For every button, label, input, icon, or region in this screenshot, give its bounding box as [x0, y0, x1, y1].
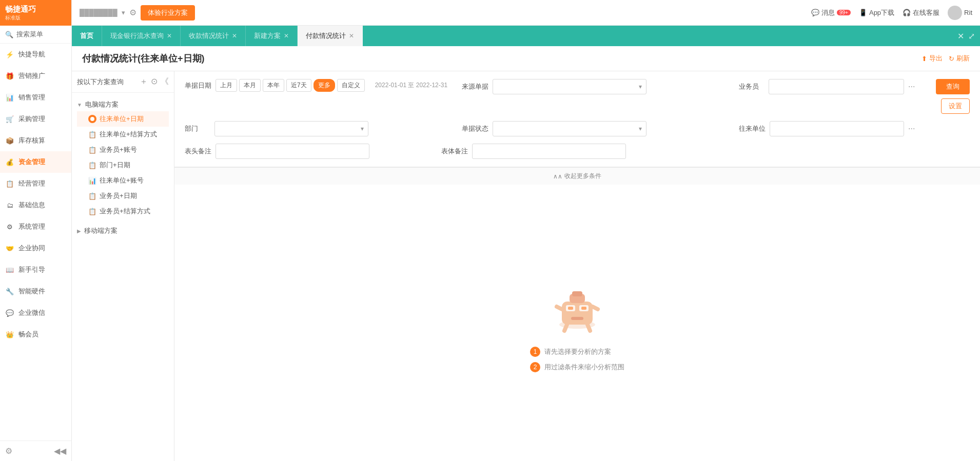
- left-panel-toolbar: 按以下方案查询 ＋ ⊙ 《: [72, 71, 174, 93]
- sidebar-item-system[interactable]: ⚙ 系统管理: [0, 216, 71, 237]
- body-note-input[interactable]: [472, 144, 626, 159]
- tree-item-往来单位+账号[interactable]: 📊往来单位+账号: [77, 173, 169, 188]
- date-last-month[interactable]: 上月: [215, 79, 237, 92]
- sidebar-item-marketing[interactable]: 🎁 营销推广: [0, 65, 71, 87]
- tree-item-业务员+结算方式[interactable]: 📋业务员+结算方式: [77, 204, 169, 219]
- sidebar-edition: 标准版: [5, 14, 36, 22]
- topbar-dropdown-arrow[interactable]: ▾: [122, 9, 125, 16]
- headset-icon: 🎧: [903, 9, 911, 16]
- sidebar-item-inventory[interactable]: 📦 库存核算: [0, 130, 71, 151]
- user-name: Rit: [964, 9, 972, 16]
- tip-num-2: 2: [530, 362, 540, 372]
- empty-illustration: [546, 273, 608, 336]
- header-note-input[interactable]: [215, 144, 369, 159]
- sidebar-items: ⚡ 快捷导航 🎁 营销推广 📊 销售管理 🛒 采购管理 📦 库存核算 💰 资金管…: [0, 44, 71, 345]
- partner-input[interactable]: [770, 121, 904, 136]
- tree-item-部门+日期[interactable]: 📋部门+日期: [77, 157, 169, 173]
- panel-collapse-button[interactable]: 《: [161, 76, 169, 87]
- filter-settings-button[interactable]: 设置: [941, 98, 970, 114]
- trial-button[interactable]: 体验行业方案: [141, 5, 195, 21]
- partner-label: 往来单位: [739, 124, 766, 133]
- sidebar-search[interactable]: 🔍 搜索菜单: [0, 26, 71, 44]
- tab-payment-detail[interactable]: 付款情况统计✕: [298, 26, 363, 46]
- tab-payment-stats[interactable]: 收款情况统计✕: [181, 26, 246, 46]
- topbar-settings-icon[interactable]: ⚙: [129, 8, 136, 17]
- plan-settings-button[interactable]: ⊙: [151, 76, 158, 87]
- sidebar-item-hardware[interactable]: 🔧 智能硬件: [0, 280, 71, 302]
- page-header: 付款情况统计(往来单位+日期) ⬆ 导出 ↻ 刷新: [72, 46, 980, 71]
- messages-group[interactable]: 💬 消息 99+: [811, 8, 851, 17]
- tab-home[interactable]: 首页: [72, 26, 102, 46]
- tree-item-业务员+日期[interactable]: 📋业务员+日期: [77, 188, 169, 204]
- sidebar-item-label-sales: 销售管理: [18, 93, 45, 102]
- sidebar-header: 畅捷通巧 标准版: [0, 0, 71, 26]
- sidebar-item-funds[interactable]: 💰 资金管理: [0, 151, 71, 173]
- sidebar-item-label-wechat: 企业微信: [18, 308, 45, 317]
- tabbar: 首页现金银行流水查询✕收款情况统计✕新建方案✕付款情况统计✕ ✕ ⤢: [72, 26, 980, 46]
- filter-row-3: 表头备注 表体备注: [185, 144, 970, 159]
- export-label: 导出: [929, 54, 943, 63]
- agent-input[interactable]: [769, 79, 904, 94]
- panel-header-label: 按以下方案查询: [77, 77, 124, 87]
- partner-more-dots[interactable]: ···: [908, 124, 918, 133]
- body-note-item: 表体备注: [441, 144, 688, 159]
- tab-close-bank[interactable]: ✕: [167, 32, 172, 39]
- sidebar-settings-icon[interactable]: ⚙: [5, 446, 12, 456]
- date-this-year[interactable]: 本年: [263, 79, 284, 92]
- tree-chart-icon: 📊: [88, 176, 96, 185]
- svg-line-9: [557, 307, 562, 309]
- sidebar-item-enterprise[interactable]: 🤝 企业协同: [0, 237, 71, 259]
- collapse-bar[interactable]: ∧∧ 收起更多条件: [174, 167, 980, 185]
- tree-item-label: 部门+日期: [100, 161, 130, 170]
- sidebar-collapse-icon[interactable]: ◀◀: [54, 446, 66, 456]
- sidebar-item-label-guide: 新手引导: [18, 265, 45, 274]
- svg-line-10: [593, 307, 598, 309]
- tree-item-label: 业务员+结算方式: [100, 207, 150, 216]
- sidebar-item-label-marketing: 营销推广: [18, 71, 45, 81]
- sidebar-item-icon-quick-nav: ⚡: [5, 50, 14, 59]
- tab-close-new-plan[interactable]: ✕: [284, 32, 289, 39]
- dept-filter-item: 部门 ▾: [185, 121, 452, 136]
- date-more-button[interactable]: 更多: [313, 79, 335, 92]
- sidebar-item-member[interactable]: 👑 畅会员: [0, 324, 71, 345]
- sidebar-item-wechat[interactable]: 💬 企业微信: [0, 302, 71, 324]
- date-custom-button[interactable]: 自定义: [337, 79, 365, 92]
- tab-close-payment-detail[interactable]: ✕: [349, 32, 354, 39]
- tab-bank[interactable]: 现金银行流水查询✕: [102, 26, 181, 46]
- source-select[interactable]: ▾: [493, 79, 646, 94]
- app-download-group[interactable]: 📱 App下载: [859, 8, 894, 17]
- status-select[interactable]: ▾: [493, 121, 646, 136]
- tab-new-plan[interactable]: 新建方案✕: [246, 26, 298, 46]
- query-button[interactable]: 查询: [936, 79, 970, 94]
- dept-select[interactable]: ▾: [214, 121, 368, 136]
- export-icon: ⬆: [922, 55, 927, 63]
- sidebar-item-label-system: 系统管理: [18, 222, 45, 231]
- empty-tip-1: 1 请先选择要分析的方案: [530, 347, 624, 357]
- tab-close-payment-stats[interactable]: ✕: [232, 32, 237, 39]
- tree-item-往来单位+日期[interactable]: 往来单位+日期: [77, 111, 169, 127]
- date-this-month[interactable]: 本月: [239, 79, 261, 92]
- tree-item-业务员+账号[interactable]: 📋业务员+账号: [77, 142, 169, 157]
- export-button[interactable]: ⬆ 导出: [922, 54, 943, 63]
- sidebar-item-purchase[interactable]: 🛒 采购管理: [0, 108, 71, 130]
- collapse-up-icon: ∧∧: [553, 173, 562, 180]
- tab-label-payment-detail: 付款情况统计: [306, 31, 346, 41]
- add-plan-button[interactable]: ＋: [140, 76, 148, 87]
- fullscreen-icon[interactable]: ⤢: [968, 31, 975, 41]
- sidebar-item-sales[interactable]: 📊 销售管理: [0, 87, 71, 108]
- agent-more-dots[interactable]: ···: [908, 82, 918, 91]
- tree-group-header-移动端方案[interactable]: ▶移动端方案: [77, 224, 169, 237]
- sidebar-item-label-funds: 资金管理: [18, 157, 45, 167]
- refresh-button[interactable]: ↻ 刷新: [949, 54, 970, 63]
- sidebar-item-ops[interactable]: 📋 经营管理: [0, 173, 71, 194]
- sidebar-item-quick-nav[interactable]: ⚡ 快捷导航: [0, 44, 71, 65]
- tree-item-往来单位+结算方式[interactable]: 📋往来单位+结算方式: [77, 127, 169, 142]
- sidebar-item-guide[interactable]: 📖 新手引导: [0, 259, 71, 280]
- sidebar-item-basic[interactable]: 🗂 基础信息: [0, 194, 71, 216]
- close-all-icon[interactable]: ✕: [957, 31, 964, 41]
- user-avatar-group[interactable]: Rit: [948, 6, 972, 20]
- source-filter-item: 来源单据 ▾: [462, 79, 729, 94]
- date-last-7-days[interactable]: 近7天: [286, 79, 311, 92]
- tree-group-header-电脑端方案[interactable]: ▼电脑端方案: [77, 98, 169, 111]
- online-service-group[interactable]: 🎧 在线客服: [903, 8, 939, 17]
